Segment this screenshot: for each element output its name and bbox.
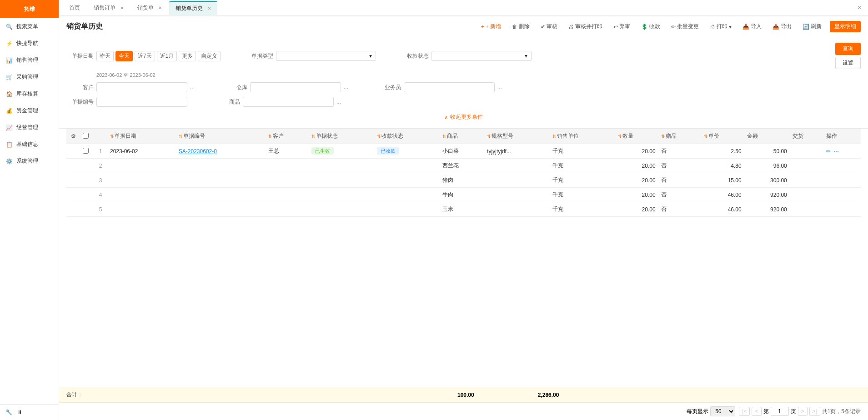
select-all-checkbox[interactable] <box>83 133 89 139</box>
tab-sales-delivery[interactable]: 销货单 ✕ <box>131 1 168 15</box>
settings-bottom-icon[interactable]: 🔧 <box>5 409 12 415</box>
home-icon: 🏠 <box>5 90 13 98</box>
td-spec: tyjyjtyjdf... <box>484 144 550 159</box>
sidebar-item-system[interactable]: ⚙️ 系统管理 <box>0 153 59 170</box>
print-button[interactable]: 🖨 打印 ▾ <box>707 21 734 32</box>
th-amount: 金额 <box>744 129 790 144</box>
date-btn-today[interactable]: 今天 <box>115 51 133 61</box>
audit-button[interactable]: ✔ 审核 <box>538 21 560 32</box>
tab-close-sales-history[interactable]: ✕ <box>207 6 211 11</box>
more-action-btn[interactable]: ⋯ <box>833 148 839 155</box>
tab-close-sales-delivery[interactable]: ✕ <box>158 5 162 10</box>
warehouse-dots[interactable]: ... <box>344 84 348 90</box>
tab-home[interactable]: 首页 <box>63 1 86 15</box>
date-buttons: 昨天 今天 近7天 近1月 更多 自定义 <box>96 51 221 61</box>
sort-unit-price[interactable]: ⇅ 单价 <box>704 132 742 140</box>
td-action: ✏ ⋯ <box>823 144 861 159</box>
td-rownum: 3 <box>94 173 107 188</box>
query-button[interactable]: 查询 <box>835 43 861 55</box>
td-trade <box>790 159 823 173</box>
th-unit: ⇅ 销售单位 <box>550 129 615 144</box>
page-prev-btn[interactable]: < <box>752 407 761 416</box>
window-close-btn[interactable]: ✕ <box>854 4 864 12</box>
sort-gift[interactable]: ⇅ 赠品 <box>661 132 699 140</box>
add-button[interactable]: + + 新增 <box>478 21 504 32</box>
salesman-dots[interactable]: ... <box>497 84 502 90</box>
td-amount: 920.00 <box>744 188 790 202</box>
sort-unit[interactable]: ⇅ 销售单位 <box>552 132 612 140</box>
per-page-dropdown[interactable]: 50 100 200 <box>710 406 735 416</box>
sidebar-item-purchase[interactable]: 🛒 采购管理 <box>0 69 59 85</box>
doc-type-select[interactable]: ▾ <box>276 51 376 61</box>
edit-action-btn[interactable]: ✏ <box>826 148 831 155</box>
table-gear-icon[interactable]: ⚙ <box>69 133 77 140</box>
date-btn-yesterday[interactable]: 昨天 <box>96 51 114 61</box>
td-amount: 50.00 <box>744 144 790 159</box>
td-rownum: 4 <box>94 188 107 202</box>
sidebar-item-basic[interactable]: 📋 基础信息 <box>0 136 59 153</box>
sort-doc-status[interactable]: ⇅ 单据状态 <box>311 132 371 140</box>
date-btn-more[interactable]: 更多 <box>179 51 196 61</box>
sort-doc-date[interactable]: ⇅ 单据日期 <box>110 132 173 140</box>
collapse-filter-btn[interactable]: ∧ 收起更多条件 <box>442 111 485 123</box>
pause-icon[interactable]: ⏸ <box>17 409 22 415</box>
customer-input[interactable] <box>96 82 187 92</box>
filter-area: 单据日期 昨天 今天 近7天 近1月 更多 自定义 单据类型 <box>59 37 868 129</box>
th-payment-status: ⇅ 收款状态 <box>374 129 440 144</box>
td-goods: 小白菜 <box>440 144 485 159</box>
sort-payment-status[interactable]: ⇅ 收款状态 <box>377 132 437 140</box>
td-gift: 否 <box>658 173 702 188</box>
td-doc-date <box>107 159 176 173</box>
sidebar-item-inventory[interactable]: 🏠 库存核算 <box>0 85 59 102</box>
import-button[interactable]: 📥 导入 <box>740 21 764 32</box>
tab-sales-order[interactable]: 销售订单 ✕ <box>87 1 130 15</box>
td-qty: 20.00 <box>615 159 658 173</box>
setting-button[interactable]: 设置 <box>835 57 861 69</box>
page-last-btn[interactable]: >| <box>809 407 820 416</box>
sidebar-item-operations[interactable]: 📈 经营管理 <box>0 119 59 136</box>
delete-button[interactable]: 🗑 删除 <box>509 21 532 32</box>
td-checkbox <box>80 202 94 217</box>
sort-spec[interactable]: ⇅ 规格型号 <box>487 132 547 140</box>
page-number-input[interactable] <box>771 407 789 416</box>
payment-status-select[interactable]: ▾ <box>431 51 532 61</box>
warehouse-input[interactable] <box>250 82 341 92</box>
filter-payment-status: 收款状态 ▾ <box>401 51 532 61</box>
sidebar-item-quicknav[interactable]: ⚡ 快捷导航 <box>0 35 59 52</box>
date-btn-custom[interactable]: 自定义 <box>198 51 221 61</box>
td-amount: 920.00 <box>744 202 790 217</box>
sidebar-item-finance[interactable]: 💰 资金管理 <box>0 102 59 119</box>
date-btn-7days[interactable]: 近7天 <box>135 51 155 61</box>
batch-change-button[interactable]: ✏ 批量变更 <box>668 21 702 32</box>
import-icon: 📥 <box>743 24 749 30</box>
collect-button[interactable]: 💲 收款 <box>638 21 663 32</box>
tab-close-sales-order[interactable]: ✕ <box>120 5 124 10</box>
audit-print-button[interactable]: 🖨 审核并打印 <box>566 21 605 32</box>
date-range-text: 2023-06-02 至 2023-06-02 <box>96 72 156 78</box>
page-next-btn[interactable]: > <box>798 407 808 416</box>
td-rownum: 2 <box>94 159 107 173</box>
date-btn-1month[interactable]: 近1月 <box>157 51 177 61</box>
sort-customer[interactable]: ⇅ 客户 <box>268 132 306 140</box>
filter-warehouse: 仓库 ... <box>220 82 348 92</box>
tab-sales-history[interactable]: 销货单历史 ✕ <box>169 1 217 15</box>
row-checkbox[interactable] <box>83 148 89 154</box>
table-row: 2 西兰花 千克 20.00 否 4.80 96.00 <box>66 159 861 173</box>
refresh-button[interactable]: 🔄 刷新 <box>800 21 824 32</box>
show-detail-button[interactable]: 显示明细 <box>830 21 861 32</box>
goods-input[interactable] <box>243 97 334 107</box>
sort-doc-no[interactable]: ⇅ 单据编号 <box>179 132 263 140</box>
sidebar-item-search[interactable]: 🔍 搜索菜单 <box>0 18 59 35</box>
td-doc-date <box>107 173 176 188</box>
salesman-input[interactable] <box>404 82 495 92</box>
goods-dots[interactable]: ... <box>336 99 341 105</box>
sidebar-item-sales[interactable]: 📊 销售管理 <box>0 52 59 69</box>
sort-goods[interactable]: ⇅ 商品 <box>442 132 482 140</box>
export-button[interactable]: 📤 导出 <box>770 21 794 32</box>
customer-dots[interactable]: ... <box>190 84 195 90</box>
doc-no-input[interactable] <box>96 97 187 107</box>
page-first-btn[interactable]: |< <box>739 407 750 416</box>
doc-no-link[interactable]: SA-20230602-0 <box>179 148 217 155</box>
abandon-button[interactable]: ↩ 弃审 <box>611 21 633 32</box>
sort-qty[interactable]: ⇅ 数量 <box>618 132 656 140</box>
